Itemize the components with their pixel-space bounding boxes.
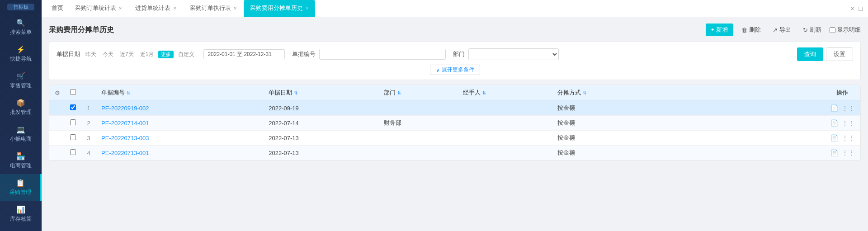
tab-purchase-order-exec[interactable]: 采购订单执行表× <box>184 0 243 17</box>
row-more-icon[interactable]: ⋮⋮ <box>842 104 854 112</box>
row-seq: 3 <box>80 131 97 146</box>
row-handler <box>458 131 553 146</box>
dept-select[interactable]: 财务部 <box>468 48 559 60</box>
row-checkbox[interactable] <box>70 119 76 125</box>
export-icon: ↗ <box>773 27 778 33</box>
table-row: 1 PE-20220919-002 2022-09-19 按金额 📄 ⋮⋮ <box>49 101 860 116</box>
show-details-input[interactable] <box>830 27 835 33</box>
row-checkbox[interactable] <box>70 149 76 155</box>
row-actions: 📄 ⋮⋮ <box>824 131 860 146</box>
setting-button[interactable]: 设置 <box>826 47 853 61</box>
month-shortcut[interactable]: 近1月 <box>138 50 156 59</box>
tab-home[interactable]: 首页 <box>47 0 68 17</box>
tab-close-icon[interactable]: × <box>119 5 122 11</box>
sidebar-item-wholesale[interactable]: 📦批发管理 <box>0 94 42 121</box>
row-edit-icon[interactable]: 📄 <box>830 134 838 141</box>
yesterday-shortcut[interactable]: 昨天 <box>84 50 98 59</box>
date-search-field: 单据日期 昨天 今天 近7天 近1月 更多 自定义 <box>57 50 196 59</box>
tab-close-icon[interactable]: × <box>173 5 176 11</box>
sidebar-item-inventory[interactable]: 📊库存核算 <box>0 201 42 227</box>
handler-col-header[interactable]: 经手人 ⇅ <box>458 85 553 101</box>
sidebar-item-purchase[interactable]: 📋采购管理 <box>0 174 42 201</box>
tab-bar: 首页 采购订单统计表×进货单统计表×采购订单执行表×采购费用分摊单历史× × □ <box>42 0 868 17</box>
toolbar: + 新增 🗑 删除 ↗ 导出 ↻ 刷新 显示明细 <box>706 24 861 36</box>
row-gear[interactable] <box>49 146 66 160</box>
tab-actions: × □ <box>850 5 863 12</box>
row-gear[interactable] <box>49 101 66 116</box>
today-shortcut[interactable]: 今天 <box>101 50 115 59</box>
tab-label: 采购费用分摊单历史 <box>250 4 303 12</box>
handler-sort-icon: ⇅ <box>482 90 486 95</box>
delete-button[interactable]: 🗑 删除 <box>738 24 764 36</box>
tab-incoming-stats[interactable]: 进货单统计表× <box>129 0 182 17</box>
more-shortcut[interactable]: 更多 <box>158 51 174 58</box>
row-more-icon[interactable]: ⋮⋮ <box>842 119 854 127</box>
doc-no-link[interactable]: PE-20220919-002 <box>101 105 149 112</box>
expand-icon: ∨ <box>436 67 440 73</box>
doc-date-col-header[interactable]: 单据日期 ⇅ <box>264 85 379 101</box>
tab-purchase-order-stats[interactable]: 采购订单统计表× <box>69 0 128 17</box>
week-shortcut[interactable]: 近7天 <box>118 50 136 59</box>
custom-shortcut[interactable]: 自定义 <box>176 50 196 59</box>
sidebar-item-label: 小畅电商 <box>10 135 32 143</box>
tab-close-icon[interactable]: × <box>234 5 236 11</box>
split-method-col-header[interactable]: 分摊方式 ⇅ <box>553 85 824 101</box>
tab-close-btn[interactable]: × <box>850 5 854 12</box>
row-doc-date: 2022-07-13 <box>264 131 379 146</box>
row-more-icon[interactable]: ⋮⋮ <box>842 149 854 156</box>
sidebar-logo: 指标板 <box>7 4 34 10</box>
doc-no-link[interactable]: PE-20220714-001 <box>101 120 149 127</box>
export-button[interactable]: ↗ 导出 <box>769 24 795 36</box>
seq-col-header <box>80 85 97 101</box>
sidebar-item-label: 采购管理 <box>9 189 31 196</box>
refresh-button[interactable]: ↻ 刷新 <box>799 24 825 36</box>
row-edit-icon[interactable]: 📄 <box>830 104 838 112</box>
tab-purchase-cost-history[interactable]: 采购费用分摊单历史× <box>244 0 315 17</box>
row-doc-no: PE-20220714-001 <box>97 116 264 131</box>
tab-label: 进货单统计表 <box>135 4 170 12</box>
date-shortcuts: 昨天 今天 近7天 近1月 更多 自定义 <box>84 50 196 59</box>
sidebar-item-quick[interactable]: ⚡快捷导航 <box>0 41 42 67</box>
row-checkbox[interactable] <box>70 134 76 140</box>
split-method-sort-icon: ⇅ <box>583 90 586 95</box>
doc-no-label: 单据编号 <box>292 50 316 58</box>
doc-no-input[interactable] <box>319 49 446 60</box>
page-header: 采购费用分摊单历史 + 新增 🗑 删除 ↗ 导出 ↻ 刷新 显示明细 <box>49 24 861 36</box>
row-checkbox[interactable] <box>70 104 76 110</box>
expand-row: ∨ 展开更多条件 <box>57 65 853 75</box>
gear-col-header[interactable]: ⚙ <box>49 85 66 101</box>
show-details-checkbox[interactable]: 显示明细 <box>830 26 861 34</box>
tab-maximize-btn[interactable]: □ <box>859 5 863 12</box>
row-gear[interactable] <box>49 131 66 146</box>
date-range-input[interactable] <box>203 49 285 59</box>
select-all-checkbox[interactable] <box>70 89 76 95</box>
dept-col-header[interactable]: 部门 ⇅ <box>379 85 458 101</box>
row-gear[interactable] <box>49 116 66 131</box>
sidebar-item-finance[interactable]: 💰资金管理 <box>0 227 42 231</box>
dept-field: 部门 财务部 <box>453 48 559 60</box>
retail-icon: 🛒 <box>16 72 25 80</box>
add-button[interactable]: + 新增 <box>706 24 733 36</box>
tab-close-icon[interactable]: × <box>306 5 308 11</box>
expand-button[interactable]: ∨ 展开更多条件 <box>430 65 480 75</box>
doc-no-field: 单据编号 <box>292 49 446 60</box>
row-dept <box>379 146 458 160</box>
row-edit-icon[interactable]: 📄 <box>830 149 838 156</box>
row-handler <box>458 101 553 116</box>
checkbox-col-header <box>66 85 80 101</box>
sidebar-item-ecom_small[interactable]: 💻小畅电商 <box>0 121 42 147</box>
date-label: 单据日期 <box>57 50 80 58</box>
sidebar-item-ecom[interactable]: 🏪电商管理 <box>0 147 42 174</box>
sidebar-item-search[interactable]: 🔍搜索菜单 <box>0 14 42 41</box>
query-button[interactable]: 查询 <box>797 47 823 61</box>
row-edit-icon[interactable]: 📄 <box>830 119 838 127</box>
doc-no-col-header[interactable]: 单据编号 ⇅ <box>97 85 264 101</box>
row-seq: 1 <box>80 101 97 116</box>
page-title: 采购费用分摊单历史 <box>49 25 114 35</box>
doc-no-link[interactable]: PE-20220713-001 <box>101 150 149 156</box>
search-buttons: 查询 设置 <box>797 47 853 61</box>
row-more-icon[interactable]: ⋮⋮ <box>842 134 854 141</box>
sidebar-item-retail[interactable]: 🛒零售管理 <box>0 67 42 94</box>
row-actions: 📄 ⋮⋮ <box>824 146 860 160</box>
doc-no-link[interactable]: PE-20220713-003 <box>101 135 149 141</box>
